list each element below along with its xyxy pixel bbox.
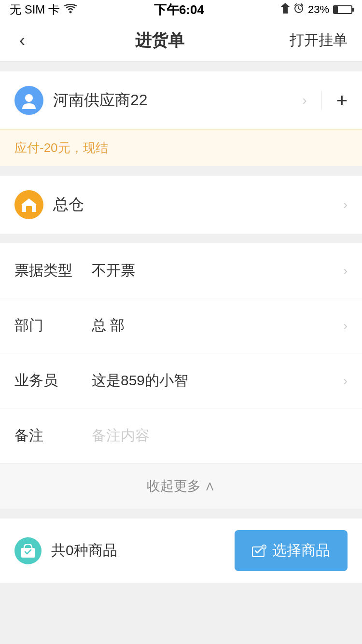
add-supplier-button[interactable]: + bbox=[336, 90, 348, 112]
remark-label: 备注 bbox=[14, 426, 82, 446]
collapse-button[interactable]: 收起更多 ∧ bbox=[0, 463, 362, 509]
status-right: 23% bbox=[281, 3, 352, 16]
back-button[interactable]: ‹ bbox=[14, 26, 30, 56]
warehouse-row[interactable]: 总仓 › bbox=[0, 176, 362, 234]
supplier-avatar bbox=[14, 86, 43, 115]
invoice-value: 不开票 bbox=[82, 261, 343, 280]
invoice-chevron-icon: › bbox=[343, 263, 348, 279]
remark-input[interactable]: 备注内容 bbox=[82, 426, 348, 446]
page-background bbox=[0, 583, 362, 644]
alarm-icon bbox=[293, 3, 304, 16]
nav-bar: ‹ 进货单 打开挂单 bbox=[0, 19, 362, 62]
product-count: 共0种商品 bbox=[51, 541, 235, 560]
salesperson-chevron-icon: › bbox=[343, 373, 348, 389]
department-label: 部门 bbox=[14, 316, 82, 336]
section-gap-1 bbox=[0, 62, 362, 71]
department-value: 总 部 bbox=[82, 316, 343, 336]
svg-point-0 bbox=[70, 11, 72, 14]
battery-percent: 23% bbox=[308, 3, 329, 16]
supplier-alert-banner: 应付-20元，现结 bbox=[0, 129, 362, 166]
select-product-label: 选择商品 bbox=[272, 541, 330, 560]
battery-icon bbox=[333, 5, 352, 14]
carrier-label: 无 SIM 卡 bbox=[10, 2, 60, 17]
supplier-name: 河南供应商22 bbox=[53, 90, 302, 111]
salesperson-row[interactable]: 业务员 这是859的小智 › bbox=[0, 353, 362, 408]
invoice-label: 票据类型 bbox=[14, 261, 82, 280]
department-row[interactable]: 部门 总 部 › bbox=[0, 298, 362, 353]
warehouse-icon bbox=[14, 190, 43, 219]
salesperson-label: 业务员 bbox=[14, 371, 82, 391]
warehouse-chevron-icon: › bbox=[343, 197, 348, 212]
bottom-bar: 共0种商品 选择商品 bbox=[0, 518, 362, 583]
svg-point-2 bbox=[25, 94, 33, 102]
wifi-icon bbox=[64, 3, 77, 16]
invoice-type-row[interactable]: 票据类型 不开票 › bbox=[0, 243, 362, 298]
supplier-section: 河南供应商22 › + 应付-20元，现结 bbox=[0, 71, 362, 166]
select-product-button[interactable]: 选择商品 bbox=[235, 530, 348, 571]
status-bar: 无 SIM 卡 下午6:04 23% bbox=[0, 0, 362, 19]
svg-rect-3 bbox=[26, 206, 32, 212]
status-left: 无 SIM 卡 bbox=[10, 2, 77, 17]
warehouse-name: 总仓 bbox=[53, 194, 343, 215]
location-icon bbox=[281, 3, 290, 16]
department-chevron-icon: › bbox=[343, 318, 348, 334]
product-icon bbox=[14, 537, 42, 564]
status-time: 下午6:04 bbox=[154, 1, 204, 18]
supplier-row[interactable]: 河南供应商22 › + bbox=[0, 71, 362, 129]
remark-row[interactable]: 备注 备注内容 bbox=[0, 408, 362, 463]
form-section: 票据类型 不开票 › 部门 总 部 › 业务员 这是859的小智 › 备注 备注… bbox=[0, 243, 362, 463]
salesperson-value: 这是859的小智 bbox=[82, 371, 343, 391]
warehouse-section: 总仓 › bbox=[0, 176, 362, 234]
supplier-divider bbox=[321, 91, 322, 110]
open-pending-button[interactable]: 打开挂单 bbox=[290, 30, 348, 50]
supplier-chevron-icon: › bbox=[302, 93, 306, 108]
page-title: 进货单 bbox=[135, 29, 184, 52]
